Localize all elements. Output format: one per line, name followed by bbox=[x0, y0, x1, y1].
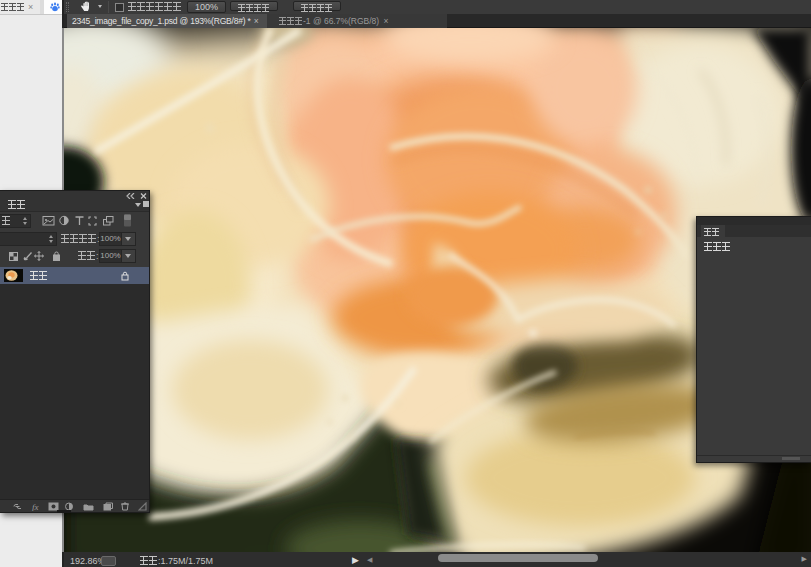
svg-text:fx: fx bbox=[32, 502, 39, 511]
